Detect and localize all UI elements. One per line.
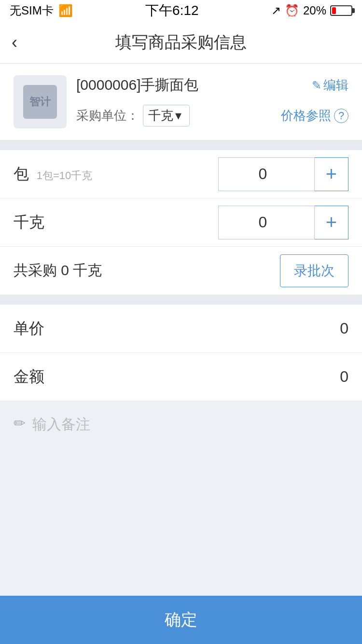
confirm-button[interactable]: 确定 — [0, 596, 362, 644]
kg-input-row: 千克 + — [0, 198, 362, 247]
product-info: [0000006]手撕面包 ✎ 编辑 采购单位： 千克 ▾ — [76, 75, 348, 126]
location-icon: ↗ — [271, 4, 281, 17]
amount-label: 金额 — [14, 366, 44, 388]
unit-price-row: 单价 0 — [0, 305, 362, 353]
total-label: 共采购 0 千克 — [14, 261, 102, 280]
battery-icon — [330, 5, 352, 16]
bag-input-control: + — [218, 157, 348, 191]
back-button[interactable]: ‹ — [12, 32, 17, 53]
unit-select[interactable]: 千克 ▾ — [143, 105, 190, 126]
amount-value: 0 — [340, 368, 348, 386]
status-right: ↗ ⏰ 20% — [271, 4, 352, 17]
kg-plus-button[interactable]: + — [315, 206, 348, 239]
product-thumbnail: 智计 — [14, 75, 67, 128]
nav-bar: ‹ 填写商品采购信息 — [0, 21, 362, 64]
unit-label-text: 采购单位： — [76, 107, 139, 124]
price-ref-button[interactable]: 价格参照 ? — [281, 107, 348, 124]
product-card: 智计 [0000006]手撕面包 ✎ 编辑 采购单位： 千克 ▾ — [0, 64, 362, 140]
alarm-icon: ⏰ — [285, 4, 299, 17]
unit-value: 千克 — [148, 107, 173, 124]
kg-input-control: + — [218, 206, 348, 239]
bag-quantity-input[interactable] — [218, 157, 315, 191]
unit-price-label: 单价 — [14, 318, 44, 339]
dropdown-icon: ▾ — [175, 108, 181, 123]
status-bar: 无SIM卡 📶 下午6:12 ↗ ⏰ 20% — [0, 0, 362, 21]
unit-price-value: 0 — [340, 320, 348, 337]
price-ref-question-icon: ? — [334, 109, 348, 123]
product-thumb-text: 智计 — [23, 85, 57, 119]
wifi-icon: 📶 — [58, 4, 73, 17]
kg-quantity-input[interactable] — [218, 206, 315, 239]
status-left: 无SIM卡 📶 — [10, 3, 73, 18]
remark-section[interactable]: ✏ 输入备注 — [0, 401, 362, 478]
batch-button[interactable]: 录批次 — [280, 254, 348, 287]
price-section: 单价 0 金额 0 — [0, 305, 362, 401]
pencil-icon: ✏ — [14, 415, 26, 432]
battery-percent: 20% — [303, 4, 326, 17]
edit-icon: ✎ — [312, 79, 321, 92]
bag-sub-label: 1包=10千克 — [37, 169, 93, 182]
bag-label: 包 — [14, 165, 29, 182]
bag-plus-button[interactable]: + — [315, 157, 348, 191]
remark-placeholder: 输入备注 — [32, 415, 90, 434]
page-title: 填写商品采购信息 — [115, 31, 247, 54]
product-name: [0000006]手撕面包 — [76, 75, 198, 95]
bag-input-section: 包 1包=10千克 + 千克 + — [0, 150, 362, 247]
bag-input-row: 包 1包=10千克 + — [0, 150, 362, 198]
kg-label: 千克 — [14, 212, 44, 233]
bag-label-group: 包 1包=10千克 — [14, 164, 92, 185]
edit-button[interactable]: ✎ 编辑 — [312, 77, 348, 94]
total-row: 共采购 0 千克 录批次 — [0, 247, 362, 295]
carrier-text: 无SIM卡 — [10, 3, 54, 18]
status-time: 下午6:12 — [145, 1, 199, 20]
amount-row: 金额 0 — [0, 353, 362, 401]
section-divider-1 — [0, 140, 362, 150]
section-divider-2 — [0, 295, 362, 305]
